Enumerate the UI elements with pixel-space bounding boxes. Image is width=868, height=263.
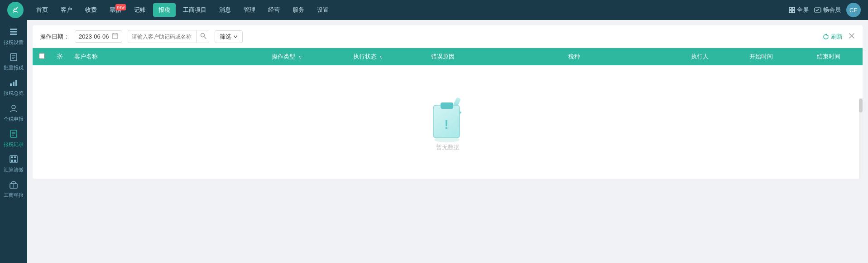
th-checkbox	[33, 48, 51, 65]
select-all-checkbox[interactable]	[39, 53, 45, 59]
batch-tax-icon	[9, 53, 18, 63]
empty-icon: !	[425, 93, 470, 138]
svg-rect-4	[792, 10, 795, 13]
nav-item-industry[interactable]: 工商项目	[177, 3, 212, 17]
annual-report-icon	[9, 180, 18, 190]
sidebar-item-label: 报税设置	[4, 39, 24, 45]
personal-tax-icon	[9, 104, 18, 114]
svg-point-36	[59, 55, 61, 57]
tax-overview-icon	[9, 78, 18, 88]
svg-rect-23	[14, 156, 16, 158]
svg-rect-28	[112, 34, 118, 39]
svg-text:!: !	[444, 117, 448, 132]
svg-rect-13	[10, 83, 12, 86]
svg-rect-6	[10, 29, 17, 30]
nav-item-customer[interactable]: 客户	[55, 3, 78, 17]
nav-right: 全屏 畅会员 CE	[789, 3, 861, 17]
table-wrapper: 客户名称 操作类型 执行状态	[33, 48, 863, 179]
tax-record-icon	[9, 129, 18, 140]
new-badge: new	[115, 4, 126, 10]
calculate-icon	[9, 155, 18, 165]
sidebar-item-label: 批量报税	[4, 65, 24, 71]
th-operation-type: 操作类型	[246, 48, 328, 65]
svg-rect-14	[13, 82, 14, 86]
main-content: 操作日期： 2023-06-06	[27, 20, 868, 263]
nav-item-settings[interactable]: 设置	[312, 3, 334, 17]
svg-rect-22	[11, 156, 13, 158]
nav-item-operation[interactable]: 经营	[263, 3, 285, 17]
sidebar-item-tax-record[interactable]: 报税记录	[0, 126, 27, 151]
th-end-time: 结束时间	[795, 48, 863, 65]
scroll-track[interactable]	[859, 98, 863, 179]
nav-items: 首页 客户 收费 票据 new 记账 报税 工商项目 消息 管理 经营 服务 设…	[31, 3, 789, 17]
th-exec-status: 执行状态	[328, 48, 409, 65]
nav-item-home[interactable]: 首页	[31, 3, 53, 17]
close-button[interactable]	[848, 32, 855, 41]
nav-item-tax[interactable]: 报税	[153, 3, 176, 17]
sidebar-item-label: 个税申报	[4, 116, 24, 122]
th-tax-type: 税种	[476, 48, 671, 65]
th-customer-name: 客户名称	[69, 48, 246, 65]
th-start-time: 开始时间	[728, 48, 795, 65]
svg-point-16	[12, 105, 15, 109]
content-panel: 操作日期： 2023-06-06	[33, 25, 863, 179]
search-button[interactable]	[196, 30, 209, 43]
nav-item-accounting[interactable]: 记账	[129, 3, 151, 17]
sidebar: 报税设置 批量报税 报税总览 个税	[0, 20, 27, 263]
user-avatar[interactable]: CE	[846, 3, 861, 17]
data-table: 客户名称 操作类型 执行状态	[33, 48, 863, 65]
refresh-icon	[823, 34, 829, 40]
close-icon	[848, 32, 855, 39]
svg-line-33	[204, 37, 206, 39]
toolbar: 操作日期： 2023-06-06	[33, 25, 863, 48]
toolbar-right: 刷新	[823, 32, 855, 41]
filter-button[interactable]: 筛选	[215, 30, 243, 43]
svg-rect-2	[792, 7, 795, 10]
svg-rect-15	[15, 80, 17, 86]
member-button[interactable]: 畅会员	[814, 6, 841, 14]
refresh-label: 刷新	[831, 33, 843, 41]
th-executor: 执行人	[672, 48, 728, 65]
svg-rect-7	[10, 31, 17, 33]
calendar-icon	[112, 33, 118, 40]
sidebar-item-tax-overview[interactable]: 报税总览	[0, 74, 27, 100]
fullscreen-button[interactable]: 全屏	[789, 6, 809, 14]
nav-item-service[interactable]: 服务	[287, 3, 310, 17]
empty-text: 暂无数据	[436, 143, 460, 151]
table-container: 客户名称 操作类型 执行状态	[33, 48, 863, 65]
refresh-button[interactable]: 刷新	[823, 33, 843, 41]
sidebar-item-personal-tax[interactable]: 个税申报	[0, 100, 27, 126]
th-gear[interactable]	[51, 48, 69, 65]
nav-item-collection[interactable]: 收费	[80, 3, 102, 17]
svg-rect-41	[441, 102, 453, 109]
tax-settings-icon	[9, 27, 18, 38]
sidebar-item-label: 报税总览	[4, 90, 24, 96]
scroll-thumb[interactable]	[859, 99, 863, 112]
chevron-down-icon	[233, 34, 238, 39]
sidebar-item-label: 报税记录	[4, 141, 24, 147]
svg-rect-1	[789, 7, 791, 10]
nav-item-message[interactable]: 消息	[214, 3, 236, 17]
svg-rect-24	[11, 160, 13, 162]
sidebar-item-calculate[interactable]: 汇算清缴	[0, 151, 27, 176]
nav-item-invoice[interactable]: 票据 new	[104, 3, 127, 17]
sidebar-item-label: 工商年报	[4, 192, 24, 198]
svg-point-0	[10, 5, 20, 15]
sidebar-item-batch-tax[interactable]: 批量报税	[0, 49, 27, 74]
nav-item-manage[interactable]: 管理	[238, 3, 261, 17]
svg-rect-3	[789, 10, 791, 13]
date-value: 2023-06-06	[79, 33, 109, 40]
top-navigation: 首页 客户 收费 票据 new 记账 报税 工商项目 消息 管理 经营 服务 设…	[0, 0, 868, 20]
filter-label: 筛选	[220, 33, 231, 41]
search-input[interactable]	[128, 31, 196, 42]
th-error-reason: 错误原因	[409, 48, 476, 65]
empty-state: ! 暂无数据	[33, 65, 863, 179]
svg-rect-8	[10, 34, 17, 35]
app-logo[interactable]	[7, 2, 24, 18]
sidebar-item-annual-report[interactable]: 工商年报	[0, 176, 27, 202]
search-box	[128, 30, 209, 43]
date-picker[interactable]: 2023-06-06	[75, 30, 122, 43]
sidebar-item-tax-settings[interactable]: 报税设置	[0, 24, 27, 49]
svg-rect-25	[14, 160, 16, 162]
date-label: 操作日期：	[40, 33, 69, 41]
